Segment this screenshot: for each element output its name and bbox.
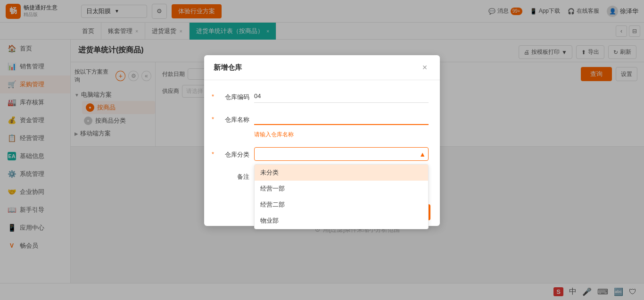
- category-arrow-icon[interactable]: ▲: [419, 150, 426, 158]
- category-field: 仓库分类 ▲ 未分类 经营一部 经营二部 物业部: [215, 147, 429, 161]
- category-dropdown-list: 未分类 经营一部 经营二部 物业部: [254, 164, 429, 229]
- dropdown-item-dept2[interactable]: 经营二部: [255, 197, 428, 213]
- modal-overlay: 新增仓库 × 仓库编码 仓库名称 请输入仓库名称 仓库分类: [0, 0, 644, 300]
- name-label: 仓库名称: [215, 112, 249, 124]
- name-input[interactable]: [254, 111, 429, 125]
- code-label: 仓库编码: [215, 90, 249, 101]
- note-label: 备注: [215, 169, 249, 181]
- category-label: 仓库分类: [215, 147, 249, 159]
- modal-close-button[interactable]: ×: [419, 62, 430, 73]
- category-input[interactable]: [254, 147, 429, 161]
- name-error-message: 请输入仓库名称: [254, 131, 294, 138]
- code-field: 仓库编码: [215, 90, 429, 103]
- name-field: 仓库名称 请输入仓库名称: [215, 111, 429, 139]
- dropdown-item-unclassified[interactable]: 未分类: [255, 165, 428, 181]
- category-dropdown-wrapper: ▲ 未分类 经营一部 经营二部 物业部: [254, 147, 429, 161]
- modal-title: 新增仓库: [214, 63, 242, 72]
- code-input[interactable]: [254, 90, 429, 103]
- modal-body: 仓库编码 仓库名称 请输入仓库名称 仓库分类 ▲: [204, 80, 440, 199]
- modal-header: 新增仓库 ×: [204, 55, 440, 80]
- dropdown-item-dept1[interactable]: 经营一部: [255, 181, 428, 197]
- new-warehouse-modal: 新增仓库 × 仓库编码 仓库名称 请输入仓库名称 仓库分类: [204, 55, 440, 226]
- dropdown-item-property[interactable]: 物业部: [255, 213, 428, 229]
